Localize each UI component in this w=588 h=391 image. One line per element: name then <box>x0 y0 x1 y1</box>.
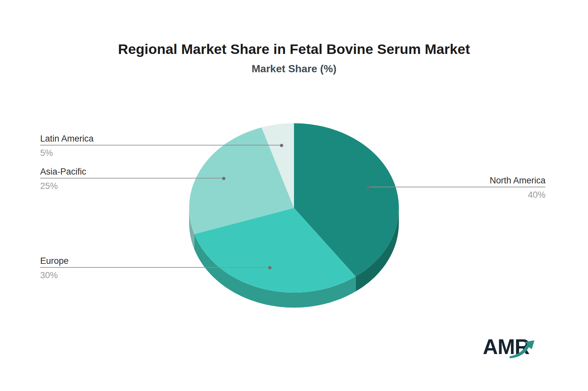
chart-subtitle: Market Share (%) <box>0 63 588 75</box>
slice-value: 25% <box>40 181 224 191</box>
leader-dot <box>367 186 370 189</box>
callout-europe: Europe 30% <box>40 255 270 280</box>
leader-line <box>368 187 546 187</box>
amr-logo: AMR <box>483 336 530 358</box>
growth-arrow-icon <box>509 339 538 360</box>
slice-label: North America <box>368 175 546 187</box>
leader-line <box>40 267 270 268</box>
chart-title: Regional Market Share in Fetal Bovine Se… <box>0 41 588 57</box>
slice-label: Asia-Pacific <box>40 166 224 178</box>
leader-dot <box>222 177 225 180</box>
leader-line <box>40 178 224 178</box>
slice-label: Europe <box>40 255 270 267</box>
leader-dot <box>280 144 283 147</box>
slice-value: 40% <box>368 190 546 200</box>
slice-value: 30% <box>40 270 270 280</box>
callout-latin-america: Latin America 5% <box>40 133 282 158</box>
chart-page: Regional Market Share in Fetal Bovine Se… <box>0 0 588 391</box>
slice-label: Latin America <box>40 133 282 145</box>
callout-asia-pacific: Asia-Pacific 25% <box>40 166 224 191</box>
slice-value: 5% <box>40 148 282 158</box>
callout-north-america: North America 40% <box>368 175 546 200</box>
leader-dot <box>268 266 271 269</box>
leader-line <box>40 145 282 145</box>
